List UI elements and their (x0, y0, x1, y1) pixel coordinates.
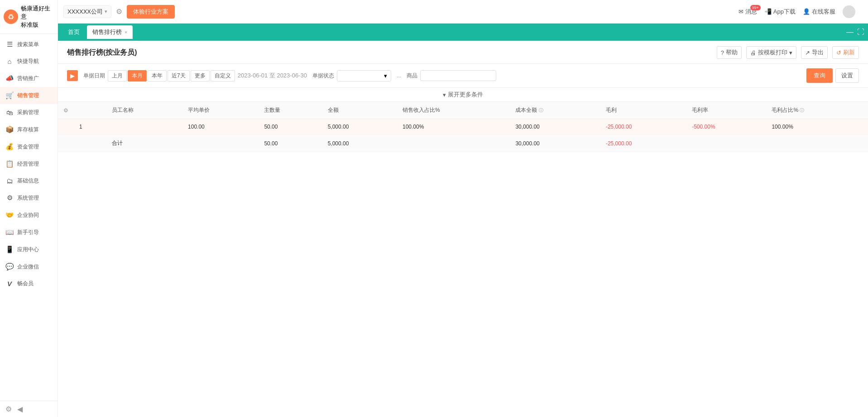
minimize-icon[interactable]: — (846, 28, 854, 36)
th-employee-name: 员工名称 (106, 102, 182, 119)
sidebar-item-sales[interactable]: 🛒 销售管理 (0, 87, 58, 104)
export-icon: ↗ (805, 49, 810, 56)
status-select[interactable]: ▾ (337, 70, 391, 81)
goods-search-input[interactable] (424, 72, 492, 79)
footer-label: 合计 (106, 135, 182, 152)
period-custom[interactable]: 自定义 (211, 70, 235, 81)
cell-rank: 1 (74, 119, 106, 135)
gross-pct-help-icon[interactable]: ⓘ (800, 108, 804, 113)
date-range-display: 2023-06-01 至 2023-06-30 (238, 72, 307, 80)
help-label: 帮助 (726, 48, 738, 57)
trial-button[interactable]: 体验行业方案 (127, 5, 175, 19)
sidebar-item-member[interactable]: V 畅会员 (0, 275, 58, 292)
sidebar-item-label: 库存核算 (17, 126, 39, 134)
sidebar-item-label: 资金管理 (17, 143, 39, 151)
sidebar-item-label: 新手引导 (17, 229, 39, 236)
message-button[interactable]: ✉ 消息 99+ (739, 8, 757, 16)
avatar[interactable] (843, 5, 855, 18)
filter-bar: ▶ 单据日期 上月 本月 本年 近7天 更多 自定义 2023-06-01 至 … (58, 64, 868, 88)
cell-qty: 50.00 (259, 119, 322, 135)
sales-icon: 🛒 (5, 91, 14, 100)
search-menu-icon: ☰ (5, 40, 14, 48)
sidebar-item-enterprise[interactable]: 🤝 企业协同 (0, 206, 58, 224)
period-this-year[interactable]: 本年 (148, 70, 167, 81)
th-amount: 全额 (322, 102, 397, 119)
app-download-icon: 📲 (764, 8, 772, 15)
basicinfo-icon: 🗂 (5, 177, 14, 185)
message-badge: 99+ (750, 5, 761, 10)
cost-help-icon[interactable]: ⓘ (539, 108, 543, 113)
date-filter-group: 单据日期 上月 本月 本年 近7天 更多 自定义 2023-06-01 至 20… (83, 70, 307, 81)
sidebar-item-guide[interactable]: 📖 新手引导 (0, 224, 58, 241)
sidebar-item-quicknav[interactable]: ⌂ 快捷导航 (0, 53, 58, 70)
tab-home[interactable]: 首页 (62, 24, 86, 41)
query-button[interactable]: 查询 (806, 68, 833, 83)
sidebar-item-wechat[interactable]: 💬 企业微信 (0, 258, 58, 275)
system-icon: ⚙ (5, 194, 14, 202)
tab-label: 销售排行榜 (92, 28, 122, 36)
refresh-icon: ↺ (836, 49, 841, 56)
filter-expand-arrow[interactable]: ▶ (67, 70, 78, 81)
th-gross: 毛利 (600, 102, 686, 119)
sidebar-item-finance[interactable]: 💰 资金管理 (0, 138, 58, 155)
online-service-button[interactable]: 👤 在线客服 (803, 8, 835, 16)
status-label: 单据状态 (312, 72, 334, 80)
company-name: XXXXXX公司 (67, 8, 103, 16)
period-more[interactable]: 更多 (191, 70, 210, 81)
help-button[interactable]: ? 帮助 (717, 46, 742, 59)
table-settings-button[interactable]: 设置 (835, 68, 859, 83)
footer-sales-pct (397, 135, 510, 152)
logo-text: 畅康通好生意 标准版 (21, 5, 54, 29)
app-download-button[interactable]: 📲 App下载 (764, 8, 796, 16)
cell-gross-rate: -500.00% (686, 119, 766, 135)
date-range-text: 2023-06-01 至 2023-06-30 (238, 72, 307, 80)
sidebar-footer: ⚙ ◀ (0, 401, 58, 417)
tabbar-actions: — ⛶ (846, 28, 864, 36)
tab-sales-ranking[interactable]: 销售排行榜 × (87, 25, 133, 39)
service-label: 在线客服 (812, 8, 835, 16)
status-chevron-icon: ▾ (384, 72, 387, 79)
collapse-icon[interactable]: ◀ (17, 405, 23, 413)
company-selector[interactable]: XXXXXX公司 ▾ (63, 5, 111, 18)
th-gross-rate: 毛利率 (686, 102, 766, 119)
export-button[interactable]: ↗ 导出 (801, 46, 828, 59)
enterprise-icon: 🤝 (5, 211, 14, 219)
sidebar-item-search[interactable]: ☰ 搜索菜单 (0, 36, 58, 53)
sidebar-item-inventory[interactable]: 📦 库存核算 (0, 121, 58, 138)
footer-cost: 30,000.00 (510, 135, 600, 152)
sidebar-item-appcenter[interactable]: 📱 应用中心 (0, 241, 58, 258)
app-icon: 📱 (5, 245, 14, 254)
print-button[interactable]: 🖨 按模板打印 ▾ (746, 46, 796, 59)
footer-avg-price (182, 135, 259, 152)
guide-icon: 📖 (5, 228, 14, 236)
sidebar-nav: ☰ 搜索菜单 ⌂ 快捷导航 📣 营销推广 🛒 销售管理 🛍 采购管理 📦 库存核… (0, 34, 58, 401)
sidebar-item-basicinfo[interactable]: 🗂 基础信息 (0, 173, 58, 189)
period-this-month[interactable]: 本月 (128, 70, 147, 81)
expand-more-row[interactable]: ▾ 展开更多条件 (58, 88, 868, 102)
th-settings[interactable]: ⚙ (58, 102, 74, 119)
filter-more-dots[interactable]: ... (397, 72, 401, 79)
message-icon: ✉ (739, 8, 743, 15)
th-rank (74, 102, 106, 119)
finance-icon: 💰 (5, 143, 14, 151)
sidebar-item-operations[interactable]: 📋 经营管理 (0, 155, 58, 173)
topbar-gear-icon[interactable]: ⚙ (116, 7, 122, 16)
refresh-button[interactable]: ↺ 刷新 (832, 46, 859, 59)
period-last-month[interactable]: 上月 (108, 70, 127, 81)
sidebar-item-marketing[interactable]: 📣 营销推广 (0, 70, 58, 87)
date-label: 单据日期 (83, 72, 105, 80)
logo-sub: 标准版 (21, 21, 54, 29)
page-title-row: 销售排行榜(按业务员) ? 帮助 🖨 按模板打印 ▾ ↗ 导出 (67, 46, 859, 63)
tab-close-icon[interactable]: × (125, 29, 127, 35)
settings-icon[interactable]: ⚙ (5, 405, 12, 413)
cell-gross: -25,000.00 (600, 119, 686, 135)
sidebar: ♻ 畅康通好生意 标准版 ☰ 搜索菜单 ⌂ 快捷导航 📣 营销推广 🛒 销售管理… (0, 0, 58, 417)
main-content: XXXXXX公司 ▾ ⚙ 体验行业方案 ✉ 消息 99+ 📲 App下载 👤 在… (58, 0, 868, 417)
page-header: 销售排行榜(按业务员) ? 帮助 🖨 按模板打印 ▾ ↗ 导出 (58, 41, 868, 64)
period-7days[interactable]: 近7天 (168, 70, 190, 81)
th-gross-pct: 毛利占比% ⓘ (766, 102, 868, 119)
sidebar-item-purchase[interactable]: 🛍 采购管理 (0, 104, 58, 121)
sidebar-item-system[interactable]: ⚙ 系统管理 (0, 189, 58, 206)
fullscreen-icon[interactable]: ⛶ (857, 28, 864, 36)
goods-label: 商品 (407, 72, 417, 80)
